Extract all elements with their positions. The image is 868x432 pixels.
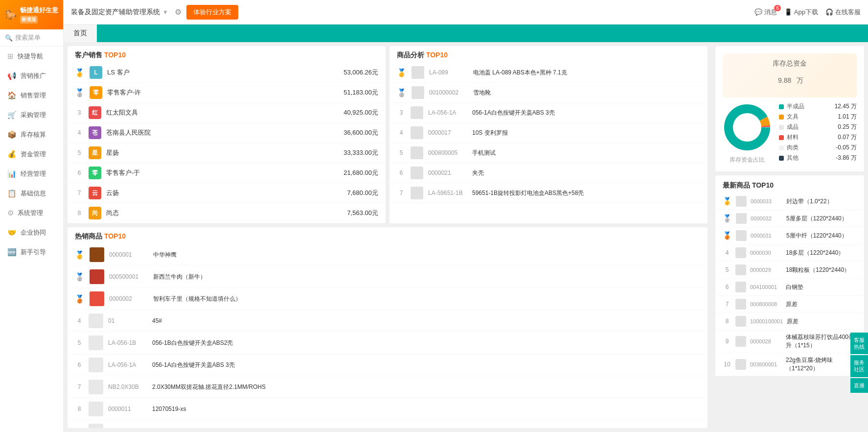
hot-product-row[interactable]: 4 01 45# [68,310,708,332]
latest-product-img [736,196,747,207]
latest-name: 白钢垫 [786,283,857,291]
sidebar-item-guide[interactable]: 🆕新手引导 [0,242,63,262]
sidebar-item-operations[interactable]: 📊经营管理 [0,164,63,184]
rank-num: 8 [75,210,84,216]
inventory-legend: 半成品 12.45 万 文具 1.01 万 成品 0.25 万 材料 0.07 … [779,102,857,164]
customer-row[interactable]: 7 云 云扬 7,680.00元 [68,183,386,203]
hot-products-panel: 热销商品 TOP10 🥇 0000001 中华神鹰 🥈 000500001 新西… [68,227,708,428]
rank-num: 4 [723,249,731,256]
hot-product-row[interactable]: 9 KK-SD22110H 花语萌值温分题罐袋（厚款） [68,420,708,428]
hot-product-img-placeholder [89,336,103,350]
system-selector[interactable]: 装备及固定资产辅助管理系统 ▼ [71,8,168,17]
hot-product-code: LA-056-1A [108,361,147,368]
rank-badge: 🥇 [75,250,85,260]
latest-product-row[interactable]: 🥇 0000033 封边带（1.0*22） [715,193,864,210]
svg-point-0 [729,109,766,146]
nav-icon-quick-nav: ⊞ [7,52,14,61]
product-row[interactable]: 7 LA-59651-1B 59651-1B旋转投影灯电池盒ABS黑色+58壳 [389,183,708,203]
hot-product-row[interactable]: 🥉 0000002 智利车子里（规格不知道填什么） [68,288,708,310]
rank-num: 7 [75,384,84,390]
rank-num: 9 [723,338,731,345]
float-service-button[interactable]: 服务 社区 [850,355,868,377]
latest-product-row[interactable]: 8 10000100001 原差 [715,313,864,330]
customer-name: 零售客户-于 [106,168,339,177]
sidebar-item-enterprise[interactable]: 🤝企业协同 [0,223,63,242]
product-row[interactable]: 6 0000021 夹壳 [389,163,708,183]
hot-product-name: 新西兰牛肉（新牛） [153,273,700,281]
product-row[interactable]: 5 000800005 手机测试 [389,143,708,163]
customer-row[interactable]: 4 苍 苍南县人民医院 36,600.00元 [68,123,386,143]
hot-product-img-placeholder [89,313,103,328]
product-code: LA-056-1A [428,109,467,116]
product-row[interactable]: 🥈 001000002 雪地靴 [389,83,708,103]
latest-product-row[interactable]: 🥈 0000032 5厘多层（1220*2440） [715,210,864,227]
latest-product-row[interactable]: 5 0000029 18颗粒板（1220*2440） [715,262,864,279]
sidebar-item-quick-nav[interactable]: ⊞快捷导航 [0,47,63,66]
settings-icon[interactable]: ⚙ [175,7,182,17]
customer-row[interactable]: 6 零 零售客户-于 21,680.00元 [68,163,386,183]
product-row[interactable]: 🥇 LA-089 电池盖 LA-089 ABS本色+黑种 7.1克 [389,63,708,83]
rank-num: 6 [75,361,84,368]
nav-icon-basic: 📋 [7,189,17,198]
latest-product-row[interactable]: 6 004100001 白钢垫 [715,279,864,296]
rank-num: 3 [397,109,406,116]
product-analysis-header: 商品分析 TOP10 [389,46,708,63]
nav-label-enterprise: 企业协同 [21,228,46,237]
tab-bar: 首页 [64,24,868,42]
nav-label-basic: 基础信息 [21,189,46,198]
phone-icon: 📱 [784,8,792,16]
hot-product-row[interactable]: 8 0000011 12070519-xs [68,398,708,420]
legend-item: 肉类 -0.05 万 [779,144,857,152]
customer-avatar: 苍 [89,126,101,139]
hot-product-row[interactable]: 🥇 0000001 中华神鹰 [68,244,708,266]
legend-dot [779,156,784,161]
latest-name: 5厘中纤（1220*2440） [786,232,857,240]
latest-product-row[interactable]: 9 0000028 体械荔枝味苏打饮品400毫升（1*15） [715,330,864,353]
inventory-title: 库存总资金 [730,59,849,68]
hot-product-row[interactable]: 7 NB2.0X30B 2.0X30MM双搓花轴.搓花直径2.1MM/ROHS [68,376,708,398]
product-code: 0000017 [428,129,467,136]
latest-code: 0000033 [751,198,782,204]
customer-row[interactable]: 8 尚 尚态 7,563.00元 [68,203,386,223]
latest-product-row[interactable]: 🥉 0000031 5厘中纤（1220*2440） [715,227,864,244]
hot-product-row[interactable]: 5 LA-056-1B 056-1B白色按键开关盒ABS2壳 [68,332,708,354]
nav-label-marketing: 营销推广 [21,72,46,80]
hot-product-row[interactable]: 6 LA-056-1A 056-1A白色按键开关盖ABS 3壳 [68,354,708,376]
product-row[interactable]: 4 0000017 10S 变利罗报 [389,123,708,143]
sidebar-item-finance[interactable]: 💰资金管理 [0,144,63,164]
latest-product-img [736,230,747,241]
sidebar-item-purchase[interactable]: 🛒采购管理 [0,105,63,125]
tab-home[interactable]: 首页 [64,24,97,42]
notifications-button[interactable]: 💬 消息 6 [754,8,777,17]
customer-row[interactable]: 🥈 零 零售客户-许 51,183.00元 [68,83,386,103]
latest-product-row[interactable]: 10 003800001 22g鱼豆腐-烧烤味（1*12*20） [715,353,864,376]
product-code: 0000021 [428,169,467,176]
online-service-button[interactable]: 🎧 在线客服 [825,8,861,17]
float-service-button[interactable]: 直播 [850,378,868,393]
product-name: 雪地靴 [473,89,700,97]
customer-row[interactable]: 3 红 红太阳文具 40,925.00元 [68,103,386,123]
customer-row[interactable]: 🥇 L LS 客户 53,006.26元 [68,63,386,83]
sidebar-item-marketing[interactable]: 📢营销推广 [0,66,63,86]
search-menu[interactable]: 🔍 搜索菜单 [0,29,63,47]
hot-product-name: 2.0X30MM双搓花轴.搓花直径2.1MM/ROHS [152,383,700,391]
latest-products-header: 最新商品 TOP10 [715,175,864,193]
float-service-button[interactable]: 客服 热线 [850,333,868,355]
sidebar-item-system[interactable]: ⚙系统管理 [0,203,63,223]
app-download-button[interactable]: 📱 App下载 [784,8,818,17]
hot-product-row[interactable]: 🥈 000500001 新西兰牛肉（新牛） [68,266,708,288]
trial-button[interactable]: 体验行业方案 [186,5,238,20]
customer-row[interactable]: 5 星 星扬 33,333.00元 [68,143,386,163]
hot-product-img-placeholder [89,402,103,416]
latest-product-row[interactable]: 7 000800008 原差 [715,296,864,313]
sidebar-item-basic[interactable]: 📋基础信息 [0,184,63,203]
product-thumbnail [411,167,423,179]
sidebar-item-inventory[interactable]: 📦库存核算 [0,125,63,144]
rank-num: 5 [75,339,84,346]
legend-item: 半成品 12.45 万 [779,102,857,111]
sidebar-item-sales[interactable]: 🏠销售管理 [0,86,63,105]
product-name: 夹壳 [472,169,700,177]
product-row[interactable]: 3 LA-056-1A 056-1A白色按键开关盖ABS 3壳 [389,103,708,123]
nav-icon-system: ⚙ [7,209,14,217]
latest-product-row[interactable]: 4 0000030 18多层（1220*2440） [715,244,864,262]
